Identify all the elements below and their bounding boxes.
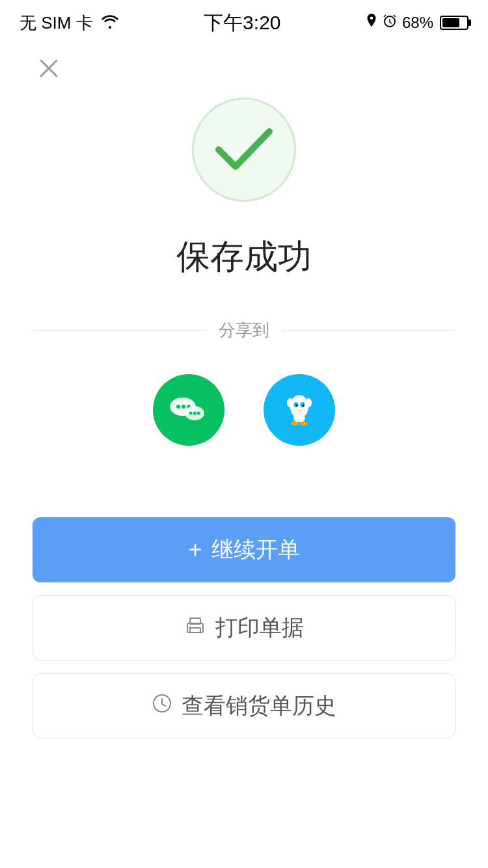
svg-point-19 (291, 422, 299, 426)
history-button[interactable]: 查看销货单历史 (33, 673, 455, 739)
checkmark-icon (215, 126, 273, 173)
battery-percent: 68% (402, 14, 433, 32)
svg-rect-23 (190, 628, 200, 632)
print-button[interactable]: 打印单据 (33, 595, 455, 660)
svg-point-24 (189, 626, 191, 628)
qq-share-button[interactable] (264, 374, 335, 446)
status-bar: 无 SIM 卡 下午3:20 68% (0, 0, 488, 46)
alarm-icon (383, 14, 397, 32)
svg-point-5 (182, 405, 185, 409)
print-label: 打印单据 (215, 613, 304, 643)
main-content: 保存成功 分享到 (0, 46, 488, 739)
share-label: 分享到 (219, 319, 269, 342)
svg-point-16 (303, 405, 305, 407)
close-button[interactable] (33, 52, 65, 85)
clock-icon (152, 693, 172, 719)
location-icon (366, 14, 377, 32)
svg-point-10 (197, 412, 200, 415)
share-icons (33, 374, 455, 446)
wechat-icon (166, 387, 211, 433)
wifi-icon (101, 13, 119, 33)
svg-point-12 (293, 414, 305, 422)
status-bar-time: 下午3:20 (204, 10, 280, 36)
svg-point-15 (296, 405, 298, 407)
sim-status: 无 SIM 卡 (20, 12, 93, 34)
success-icon-circle (192, 98, 296, 202)
share-section: 分享到 (0, 319, 488, 485)
svg-point-17 (287, 398, 293, 407)
svg-point-20 (300, 422, 308, 426)
svg-point-18 (305, 398, 312, 407)
continue-button[interactable]: + 继续开单 (33, 517, 455, 582)
continue-label: 继续开单 (211, 535, 300, 565)
svg-point-4 (176, 405, 180, 409)
svg-point-9 (193, 412, 197, 415)
printer-icon (184, 616, 206, 641)
share-divider: 分享到 (33, 319, 455, 342)
action-buttons: + 继续开单 打印单据 查看销货单历史 (0, 517, 488, 739)
battery-icon (440, 16, 468, 30)
success-title: 保存成功 (176, 234, 312, 280)
status-bar-right: 68% (366, 14, 468, 32)
qq-icon (279, 390, 319, 430)
svg-point-8 (189, 412, 193, 415)
plus-icon: + (188, 536, 202, 563)
wechat-share-button[interactable] (153, 374, 224, 446)
status-bar-left: 无 SIM 卡 (20, 12, 119, 34)
history-label: 查看销货单历史 (182, 691, 336, 721)
